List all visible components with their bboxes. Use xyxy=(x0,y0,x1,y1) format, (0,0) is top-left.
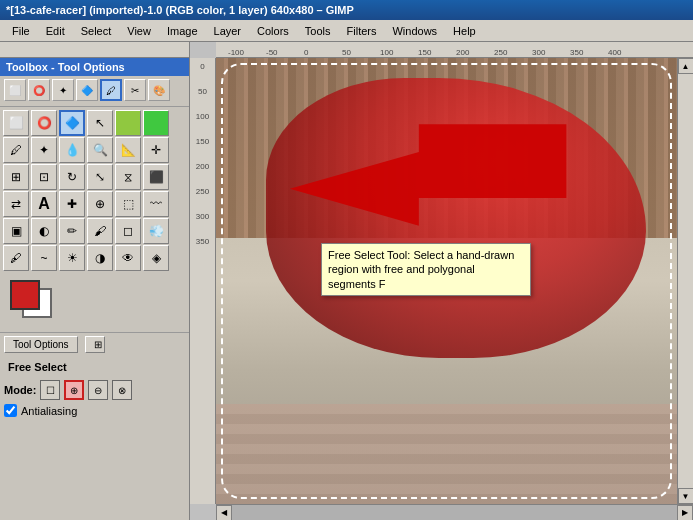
tool-paths[interactable]: 🖊 xyxy=(3,137,29,163)
tool-ellipse-select[interactable]: ⭕ xyxy=(31,110,57,136)
mode-add[interactable]: ⊕ xyxy=(64,380,84,400)
tool-rotate[interactable]: ↻ xyxy=(59,164,85,190)
scroll-down-button[interactable]: ▼ xyxy=(678,488,694,504)
tool-pick-color[interactable]: 💧 xyxy=(59,137,85,163)
tool-eraser[interactable]: ◻ xyxy=(115,218,141,244)
tool-text[interactable]: A xyxy=(31,191,57,217)
ruler-v-0: 0 xyxy=(200,62,204,71)
menu-layer[interactable]: Layer xyxy=(206,23,250,39)
tool-rect-select[interactable]: ⬜ xyxy=(3,110,29,136)
ruler-row: -100 -50 0 50 100 150 200 250 300 350 40… xyxy=(0,42,693,58)
tool-bucket[interactable]: ▣ xyxy=(3,218,29,244)
tool-icon-small-1[interactable]: ⬜ xyxy=(4,79,26,101)
color-area xyxy=(0,274,189,332)
scroll-left-button[interactable]: ◀ xyxy=(216,505,232,521)
menu-select[interactable]: Select xyxy=(73,23,120,39)
tool-icons-top: ⬜ ⭕ ✦ 🔷 🖊 ✂ 🎨 xyxy=(0,76,189,107)
toolbox-panel: Toolbox - Tool Options ⬜ ⭕ ✦ 🔷 🖊 ✂ 🎨 ⬜ ⭕… xyxy=(0,58,190,520)
ruler-h-mark-1: -50 xyxy=(266,48,304,57)
tool-measure[interactable]: 📐 xyxy=(115,137,141,163)
tool-heal[interactable]: ✚ xyxy=(59,191,85,217)
menu-colors[interactable]: Colors xyxy=(249,23,297,39)
ruler-h-mark-5: 150 xyxy=(418,48,456,57)
antialias-row: Antialiasing xyxy=(0,402,189,419)
main-layout: Toolbox - Tool Options ⬜ ⭕ ✦ 🔷 🖊 ✂ 🎨 ⬜ ⭕… xyxy=(0,58,693,520)
ruler-v-7: 350 xyxy=(196,237,209,246)
toolbox-title: Toolbox - Tool Options xyxy=(0,58,189,76)
menu-edit[interactable]: Edit xyxy=(38,23,73,39)
ruler-h-mark-8: 300 xyxy=(532,48,570,57)
tool-zoom[interactable]: 🔍 xyxy=(87,137,113,163)
tool-align[interactable]: ⊞ xyxy=(3,164,29,190)
tool-redeye[interactable]: 👁 xyxy=(115,245,141,271)
mode-replace[interactable]: ☐ xyxy=(40,380,60,400)
tool-warp[interactable]: 〰 xyxy=(143,191,169,217)
menu-view[interactable]: View xyxy=(119,23,159,39)
tool-airbrush[interactable]: 💨 xyxy=(143,218,169,244)
tool-free-select[interactable]: 🔷 xyxy=(59,110,85,136)
ruler-h-mark-7: 250 xyxy=(494,48,532,57)
fg-color-box[interactable] xyxy=(10,280,40,310)
free-select-label: Free Select xyxy=(4,359,185,375)
tool-icon-small-4[interactable]: 🔷 xyxy=(76,79,98,101)
antialias-label: Antialiasing xyxy=(21,405,77,417)
tooltip: Free Select Tool: Select a hand-drawn re… xyxy=(321,243,531,296)
scroll-up-button[interactable]: ▲ xyxy=(678,58,694,74)
ruler-v-2: 100 xyxy=(196,112,209,121)
menu-tools[interactable]: Tools xyxy=(297,23,339,39)
tool-options-extra[interactable]: ⊞ xyxy=(85,336,105,353)
tool-shear[interactable]: ⧖ xyxy=(115,164,141,190)
tool-options-button[interactable]: Tool Options xyxy=(4,336,78,353)
tool-pencil[interactable]: ✏ xyxy=(59,218,85,244)
menu-filters[interactable]: Filters xyxy=(339,23,385,39)
tool-dodge[interactable]: ☀ xyxy=(59,245,85,271)
canvas-area[interactable]: Free Select Tool: Select a hand-drawn re… xyxy=(216,58,677,504)
tool-desat[interactable]: ◑ xyxy=(87,245,113,271)
tool-icon-small-6[interactable]: ✂ xyxy=(124,79,146,101)
ruler-corner-tl xyxy=(0,42,190,58)
tool-clone[interactable]: ⊕ xyxy=(87,191,113,217)
menu-image[interactable]: Image xyxy=(159,23,206,39)
tool-color2[interactable] xyxy=(143,110,169,136)
tool-perspective[interactable]: ⬛ xyxy=(143,164,169,190)
menu-help[interactable]: Help xyxy=(445,23,484,39)
tool-crop[interactable]: ⊡ xyxy=(31,164,57,190)
mode-subtract[interactable]: ⊖ xyxy=(88,380,108,400)
tool-move[interactable]: ✛ xyxy=(143,137,169,163)
tool-convolve[interactable]: ◈ xyxy=(143,245,169,271)
mode-section: Mode: ☐ ⊕ ⊖ ⊗ xyxy=(0,378,189,402)
tool-smudge[interactable]: ~ xyxy=(31,245,57,271)
tool-fuzzy[interactable]: ✦ xyxy=(31,137,57,163)
tool-color1[interactable] xyxy=(115,110,141,136)
ruler-h-mark-6: 200 xyxy=(456,48,494,57)
menu-bar: File Edit Select View Image Layer Colors… xyxy=(0,20,693,42)
scroll-right-button[interactable]: ▶ xyxy=(677,505,693,521)
scrollbar-vertical[interactable]: ▲ ▼ xyxy=(677,58,693,504)
tool-icon-small-2[interactable]: ⭕ xyxy=(28,79,50,101)
menu-windows[interactable]: Windows xyxy=(384,23,445,39)
tool-cursor[interactable]: ↖ xyxy=(87,110,113,136)
tool-scale[interactable]: ⤡ xyxy=(87,164,113,190)
tool-blend[interactable]: ◐ xyxy=(31,218,57,244)
ruler-vertical: 0 50 100 150 200 250 300 350 xyxy=(190,58,216,504)
canvas-with-scroll: 0 50 100 150 200 250 300 350 xyxy=(190,58,693,504)
tool-flip[interactable]: ⇄ xyxy=(3,191,29,217)
tooltip-text: Free Select Tool: Select a hand-drawn re… xyxy=(328,249,514,290)
tool-icon-small-5-active[interactable]: 🖊 xyxy=(100,79,122,101)
scrollbar-horizontal[interactable]: ◀ ▶ xyxy=(216,504,693,520)
tool-paintbrush[interactable]: 🖌 xyxy=(87,218,113,244)
moto-background: Free Select Tool: Select a hand-drawn re… xyxy=(216,58,677,504)
ruler-h-mark-3: 50 xyxy=(342,48,380,57)
antialias-checkbox[interactable] xyxy=(4,404,17,417)
tool-icon-small-7[interactable]: 🎨 xyxy=(148,79,170,101)
tool-grid: ⬜ ⭕ 🔷 ↖ 🖊 ✦ 💧 🔍 📐 ✛ ⊞ ⊡ ↻ ⤡ ⧖ ⬛ ⇄ A ✚ ⊕ xyxy=(0,107,189,274)
tool-perspective2[interactable]: ⬚ xyxy=(115,191,141,217)
ruler-v-1: 50 xyxy=(198,87,207,96)
scroll-h-track[interactable] xyxy=(232,505,677,520)
tool-icon-small-3[interactable]: ✦ xyxy=(52,79,74,101)
free-select-section: Free Select xyxy=(0,356,189,378)
tool-ink[interactable]: 🖋 xyxy=(3,245,29,271)
menu-file[interactable]: File xyxy=(4,23,38,39)
title-text: *[13-cafe-racer] (imported)-1.0 (RGB col… xyxy=(6,4,354,16)
mode-intersect[interactable]: ⊗ xyxy=(112,380,132,400)
